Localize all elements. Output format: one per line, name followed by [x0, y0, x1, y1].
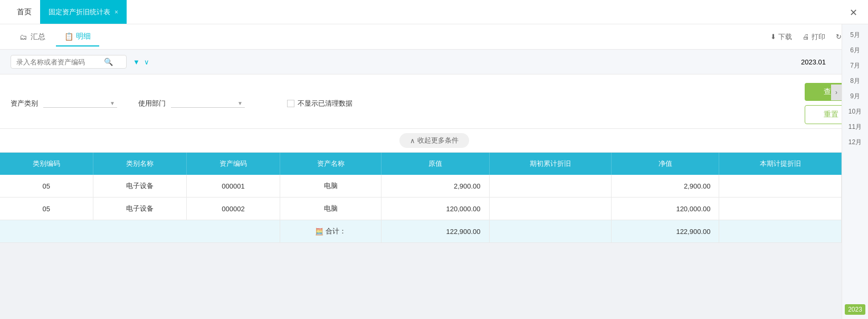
month-10[interactable]: 10月 — [844, 105, 866, 118]
department-label: 使用部门 — [138, 99, 166, 108]
current-date: 2023.01 — [801, 58, 826, 66]
filter-area: 资产类别 ▼ 使用部门 ▼ 不显示已清理数据 查询 重置 — [0, 74, 868, 129]
cell-accumulated-dep — [489, 175, 611, 198]
search-bar: 🔍 ▼ ∨ › 2023.01 — [0, 50, 868, 74]
download-label: 下载 — [778, 32, 792, 42]
col-net-value: 净值 — [611, 153, 719, 175]
search-input[interactable] — [16, 58, 101, 66]
col-accumulated-dep: 期初累计折旧 — [489, 153, 611, 175]
nav-tab-label: 固定资产折旧统计表 — [49, 7, 110, 17]
search-icon: 🔍 — [104, 58, 113, 66]
table-row: 05 电子设备 000001 电脑 2,900.00 2,900.00 — [0, 175, 842, 198]
total-icon-cell — [0, 220, 280, 243]
summary-icon: 🗂 — [19, 33, 27, 41]
cell-asset-name: 电脑 — [280, 198, 381, 220]
asset-category-select[interactable]: ▼ — [43, 99, 117, 108]
scroll-right-arrow[interactable]: › — [831, 85, 842, 100]
cell-category-name: 电子设备 — [93, 175, 186, 198]
data-table: 类别编码 类别名称 资产编码 资产名称 原值 期初累计折旧 净值 本期计提折旧 … — [0, 153, 842, 243]
table-row: 05 电子设备 000002 电脑 120,000.00 120,000.00 — [0, 198, 842, 220]
cell-accumulated-dep — [489, 198, 611, 220]
collapse-label: 收起更多条件 — [417, 136, 459, 145]
table-body: 05 电子设备 000001 电脑 2,900.00 2,900.00 05 电… — [0, 175, 842, 243]
col-original-value: 原值 — [381, 153, 490, 175]
filter-hide-cleared: 不显示已清理数据 — [287, 99, 352, 108]
cell-net-value: 120,000.00 — [611, 198, 719, 220]
nav-home[interactable]: 首页 — [8, 0, 40, 24]
detail-icon: 📋 — [64, 32, 73, 41]
month-12[interactable]: 12月 — [844, 136, 866, 149]
cell-asset-code: 000001 — [186, 175, 280, 198]
cell-asset-code: 000002 — [186, 198, 280, 220]
hide-cleared-checkbox[interactable] — [287, 100, 294, 107]
month-5[interactable]: 5月 — [846, 29, 864, 42]
table-total-row: 🧮 合计： 122,900.00 122,900.00 — [0, 220, 842, 243]
collapse-icon: ∧ — [410, 137, 415, 145]
filter-row: 资产类别 ▼ 使用部门 ▼ 不显示已清理数据 查询 重置 — [11, 83, 857, 124]
year-badge[interactable]: 2023 — [845, 304, 865, 315]
print-icon: 🖨 — [803, 33, 809, 41]
refresh-icon: ↻ — [836, 33, 842, 41]
total-accumulated-dep — [489, 220, 611, 243]
cell-period-dep — [719, 175, 842, 198]
nav-tab-active[interactable]: 固定资产折旧统计表 × — [40, 0, 127, 24]
asset-category-arrow: ▼ — [110, 100, 115, 106]
col-period-dep: 本期计提折旧 — [719, 153, 842, 175]
month-11[interactable]: 11月 — [844, 120, 866, 134]
total-original-value: 122,900.00 — [381, 220, 490, 243]
col-asset-code: 资产编码 — [186, 153, 280, 175]
total-label-cell: 🧮 合计： — [280, 220, 381, 243]
chevron-down-icon: ∨ — [144, 58, 149, 66]
window-close-button[interactable]: ✕ — [850, 7, 857, 18]
col-category-code: 类别编码 — [0, 153, 93, 175]
cell-category-code: 05 — [0, 198, 93, 220]
col-asset-name: 资产名称 — [280, 153, 381, 175]
table-container: 类别编码 类别名称 资产编码 资产名称 原值 期初累计折旧 净值 本期计提折旧 … — [0, 153, 842, 243]
right-panel: 5月 6月 7月 8月 9月 10月 11月 12月 2023 — [842, 24, 868, 319]
total-label-text: 合计： — [326, 227, 346, 236]
cell-period-dep — [719, 198, 842, 220]
tab-summary-label: 汇总 — [31, 32, 45, 42]
asset-category-label: 资产类别 — [11, 99, 38, 108]
total-period-dep — [719, 220, 842, 243]
download-icon: ⬇ — [770, 33, 776, 41]
cell-category-code: 05 — [0, 175, 93, 198]
collapse-button[interactable]: ∧ 收起更多条件 — [399, 133, 469, 148]
cell-original-value: 2,900.00 — [381, 175, 490, 198]
table-header-row: 类别编码 类别名称 资产编码 资产名称 原值 期初累计折旧 净值 本期计提折旧 — [0, 153, 842, 175]
print-label: 打印 — [812, 32, 825, 42]
col-category-name: 类别名称 — [93, 153, 186, 175]
hide-cleared-label: 不显示已清理数据 — [298, 99, 352, 108]
tab-detail[interactable]: 📋 明细 — [56, 27, 99, 46]
tab-summary[interactable]: 🗂 汇总 — [11, 28, 54, 46]
cell-original-value: 120,000.00 — [381, 198, 490, 220]
department-arrow: ▼ — [237, 100, 243, 106]
cell-net-value: 2,900.00 — [611, 175, 719, 198]
month-9[interactable]: 9月 — [846, 90, 864, 103]
filter-icon: ▼ — [133, 58, 140, 66]
filter-department: 使用部门 ▼ — [138, 99, 245, 108]
department-select[interactable]: ▼ — [171, 99, 245, 108]
month-7[interactable]: 7月 — [846, 59, 864, 72]
toolbar: 🗂 汇总 📋 明细 ⬇ 下载 🖨 打印 ↻ 刷新 — [0, 24, 868, 50]
nav-tab-close[interactable]: × — [115, 8, 118, 16]
top-nav: 首页 固定资产折旧统计表 × ✕ — [0, 0, 868, 24]
cell-category-name: 电子设备 — [93, 198, 186, 220]
cell-asset-name: 电脑 — [280, 175, 381, 198]
total-net-value: 122,900.00 — [611, 220, 719, 243]
month-8[interactable]: 8月 — [846, 74, 864, 88]
print-button[interactable]: 🖨 打印 — [803, 32, 825, 42]
download-button[interactable]: ⬇ 下载 — [770, 32, 792, 42]
total-icon: 🧮 — [315, 228, 323, 236]
tab-detail-label: 明细 — [76, 32, 91, 41]
month-6[interactable]: 6月 — [846, 44, 864, 57]
search-input-wrap[interactable]: 🔍 — [11, 55, 127, 69]
collapse-bar: ∧ 收起更多条件 — [0, 129, 868, 153]
filter-asset-category: 资产类别 ▼ — [11, 99, 117, 108]
more-conditions-button[interactable]: ▼ ∨ — [133, 58, 149, 66]
